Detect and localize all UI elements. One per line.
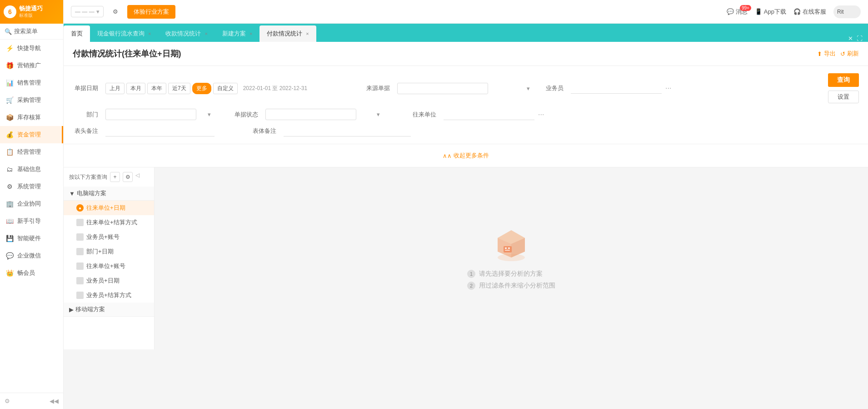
tab-receivable[interactable]: 收款情况统计 × [158,25,215,42]
scheme-desktop-title[interactable]: ▼ 电脑端方案 [64,187,154,201]
sales-icon: 📊 [5,79,14,87]
date-filter-label: 单据日期 [73,84,98,92]
tab-close-bank[interactable]: × [148,31,151,36]
related-party-label: 往来单位 [409,111,436,119]
scheme-item-salesman-account[interactable]: 业务员+账号 [64,230,154,244]
tabs-actions: ✕ ⛶ [843,35,868,42]
app-icon: 📱 [755,8,762,15]
empty-step-1: 1 请先选择要分析的方案 [467,270,555,278]
body-note-content [284,126,420,136]
scheme-item-salesman-date[interactable]: 业务员+日期 [64,273,154,288]
scheme-settings-btn[interactable]: ⚙ [123,172,133,182]
empty-illustration [489,223,534,264]
source-select-container [397,83,534,94]
sidebar-settings-icon[interactable]: ⚙ [5,398,10,404]
messages-btn[interactable]: 💬 消息 99+ [727,8,748,16]
sidebar-item-finance[interactable]: 💰 资金管理 [0,126,63,143]
related-party-dots-icon[interactable]: ··· [538,111,544,119]
body-note-input[interactable] [284,126,411,136]
sidebar-item-sales[interactable]: 📊 销售管理 [0,74,63,91]
inventory-icon: 📦 [5,113,14,121]
sidebar-item-marketing[interactable]: 🎁 营销推广 [0,57,63,74]
sidebar: 6 畅捷通巧 标准版 🔍 搜索菜单 ⚡ 快捷导航 🎁 营销推广 📊 销售管理 🛒… [0,0,64,409]
search-menu[interactable]: 🔍 搜索菜单 [0,24,63,40]
empty-steps: 1 请先选择要分析的方案 2 用过滤条件来缩小分析范围 [467,270,555,293]
purchase-icon: 🛒 [5,96,14,104]
filter-area: 单据日期 上月 本月 本年 近7天 更多 自定义 2022-01-01 至 20… [64,66,868,144]
scheme-icon-chart [76,263,84,270]
scheme-header-actions: + ⚙ ◁ [110,172,140,182]
tab-close-all-icon[interactable]: ✕ [848,35,853,42]
scheme-item-party-account[interactable]: 往来单位+账号 [64,259,154,273]
topbar-settings-icon[interactable]: ⚙ [109,5,122,18]
export-btn[interactable]: ⬆ 导出 [817,50,836,58]
scheme-mobile-title[interactable]: ▶ 移动端方案 [64,303,154,317]
sidebar-collapse-icon[interactable]: ◀◀ [50,398,59,404]
tab-payment-stats[interactable]: 付款情况统计 × [259,25,316,42]
refresh-btn[interactable]: ↺ 刷新 [840,50,859,58]
date-7days-btn[interactable]: 近7天 [168,83,190,94]
query-actions: 查询 设置 [828,73,859,103]
collapse-icon: ∧∧ [443,152,452,159]
sidebar-item-system[interactable]: ⚙ 系统管理 [0,178,63,195]
filter-row-date: 单据日期 上月 本月 本年 近7天 更多 自定义 2022-01-01 至 20… [73,73,859,103]
tab-bank[interactable]: 现金银行流水查询 × [90,25,158,42]
scheme-icon-gray-1 [76,219,84,226]
svg-rect-5 [504,246,512,252]
scheme-icon-gray-5 [76,292,84,299]
sidebar-item-purchase[interactable]: 🛒 采购管理 [0,91,63,109]
sidebar-item-shortcut[interactable]: ⚡ 快捷导航 [0,40,63,57]
page-title: 付款情况统计(往来单位+日期) [73,48,181,59]
sidebar-nav: ⚡ 快捷导航 🎁 营销推广 📊 销售管理 🛒 采购管理 📦 库存核算 💰 资金管… [0,40,63,393]
scheme-item-party-date[interactable]: ● 往来单位+日期 [64,201,154,215]
scheme-panel: 按以下方案查询 + ⚙ ◁ ▼ 电脑端方案 ● 往来单位+日期 [64,167,155,349]
sidebar-item-hardware[interactable]: 💾 智能硬件 [0,230,63,247]
date-more-btn[interactable]: 更多 [192,83,211,94]
voucher-status-select-container [265,109,384,120]
online-service-btn[interactable]: 🎧 在线客服 [793,8,826,16]
app-download-btn[interactable]: 📱 App下载 [755,8,786,16]
date-custom-btn[interactable]: 自定义 [213,83,238,94]
sidebar-item-operations[interactable]: 📋 经营管理 [0,143,63,161]
scheme-item-party-settle[interactable]: 往来单位+结算方式 [64,215,154,230]
sidebar-item-basic[interactable]: 🗂 基础信息 [0,161,63,178]
filter-settings-btn[interactable]: 设置 [828,91,859,103]
scheme-add-btn[interactable]: + [110,172,120,182]
trial-btn[interactable]: 体验行业方案 [127,5,175,19]
tab-new-plan[interactable]: 新建方案 × [215,25,259,42]
tab-close-receivable[interactable]: × [205,31,207,36]
marketing-icon: 🎁 [5,61,14,70]
salesperson-dots-icon[interactable]: ··· [665,84,671,92]
dept-content [105,109,224,120]
date-last-month-btn[interactable]: 上月 [105,83,125,94]
user-avatar[interactable]: Rit [833,5,861,18]
dept-select[interactable] [105,109,196,120]
scheme-query-label: 按以下方案查询 [69,173,107,181]
sidebar-item-guide[interactable]: 📖 新手引导 [0,212,63,230]
scheme-collapse-btn[interactable]: ◁ [135,172,140,182]
salesperson-input[interactable] [571,83,662,94]
right-panel: 1 请先选择要分析的方案 2 用过滤条件来缩小分析范围 [155,167,868,349]
chevron-down-icon: ▼ [69,190,75,197]
sidebar-item-inventory[interactable]: 📦 库存核算 [0,109,63,126]
tab-maximize-icon[interactable]: ⛶ [857,35,863,42]
sidebar-item-wechat[interactable]: 💬 企业微信 [0,247,63,264]
scheme-item-dept-date[interactable]: 部门+日期 [64,244,154,259]
workspace-dropdown[interactable]: — — — ▾ [71,6,104,17]
date-this-year-btn[interactable]: 本年 [147,83,166,94]
tab-home[interactable]: 首页 [64,25,90,42]
header-note-input[interactable] [105,126,215,136]
query-btn[interactable]: 查询 [828,73,859,87]
guide-icon: 📖 [5,217,14,225]
sidebar-item-member[interactable]: 👑 畅会员 [0,264,63,282]
scheme-item-salesman-settle[interactable]: 业务员+结算方式 [64,288,154,303]
voucher-status-select[interactable] [265,109,356,120]
collapse-more-btn[interactable]: ∧∧ 收起更多条件 [439,148,493,163]
sidebar-item-enterprise[interactable]: 🏢 企业协同 [0,195,63,212]
related-party-input[interactable] [444,109,534,120]
svg-rect-7 [508,247,510,249]
source-select[interactable] [397,83,488,94]
date-this-month-btn[interactable]: 本月 [126,83,145,94]
tab-close-new-plan[interactable]: × [249,31,252,36]
tab-close-payment-stats[interactable]: × [306,31,309,36]
